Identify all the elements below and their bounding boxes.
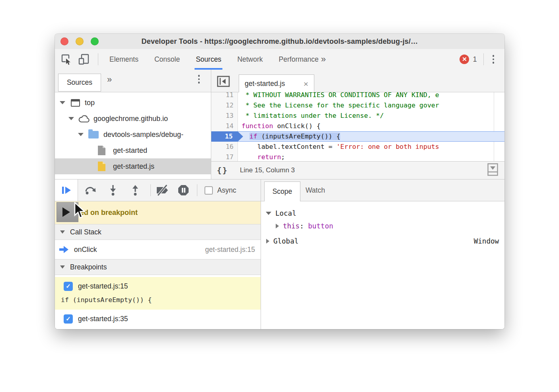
code-area[interactable]: 11 * WITHOUT WARRANTIES OR CONDITIONS OF… bbox=[211, 92, 504, 161]
navigator-more-tabs-chevron-icon[interactable]: » bbox=[107, 74, 112, 85]
code-line-paused: 15 if (inputsAreEmpty()) { bbox=[211, 131, 494, 142]
tree-item-folder[interactable]: devtools-samples/debug- bbox=[55, 127, 211, 142]
scope-local-row[interactable]: Local bbox=[261, 207, 504, 220]
breakpoints-title: Breakpoints bbox=[70, 263, 107, 271]
deactivate-breakpoints-button[interactable] bbox=[154, 182, 171, 198]
expand-triangle-icon[interactable] bbox=[68, 117, 74, 120]
code-line: 16 label.textContent = 'Error: one or bo… bbox=[211, 142, 494, 152]
tab-console[interactable]: Console bbox=[154, 49, 180, 70]
code-line: 13 * limitations under the License. */ bbox=[211, 111, 494, 121]
line-number[interactable]: 14 bbox=[211, 121, 238, 131]
code-line: 11 * WITHOUT WARRANTIES OR CONDITIONS OF… bbox=[211, 92, 494, 100]
expand-drawer-icon[interactable] bbox=[487, 163, 498, 177]
more-panels-chevron-icon[interactable]: » bbox=[321, 54, 326, 64]
tree-item-label: devtools-samples/debug- bbox=[103, 131, 183, 139]
device-toolbar-icon[interactable] bbox=[78, 53, 90, 65]
pause-on-exceptions-button[interactable] bbox=[175, 182, 192, 198]
navigator-tab-sources[interactable]: Sources bbox=[58, 74, 101, 92]
editor-tab-label: get-started.js bbox=[245, 80, 285, 88]
close-icon[interactable]: × bbox=[304, 80, 308, 88]
breakpoint-code-snippet: if (inputsAreEmpty()) { bbox=[55, 295, 261, 308]
execution-line-badge[interactable]: 15 bbox=[211, 131, 243, 142]
navigator-menu-dots-icon[interactable] bbox=[198, 75, 200, 84]
call-stack-frame[interactable]: onClick get-started.js:15 bbox=[55, 240, 261, 259]
resume-icon bbox=[61, 186, 72, 195]
expand-triangle-icon[interactable] bbox=[276, 224, 279, 228]
call-stack-header[interactable]: Call Stack bbox=[55, 224, 261, 240]
line-number[interactable]: 17 bbox=[211, 152, 238, 161]
property-name: this bbox=[283, 222, 300, 230]
toolbar-divider bbox=[150, 184, 151, 196]
breakpoint-entry[interactable]: ✓ get-started.js:15 if (inputsAreEmpty()… bbox=[55, 277, 261, 310]
play-icon bbox=[62, 207, 70, 217]
tree-item-domain[interactable]: googlechrome.github.io bbox=[55, 111, 211, 127]
mouse-cursor-icon bbox=[73, 202, 87, 220]
breakpoint-location: get-started.js:15 bbox=[78, 282, 128, 291]
tree-item-get-started-js[interactable]: get-started.js bbox=[55, 158, 211, 174]
tab-performance[interactable]: Performance bbox=[279, 49, 319, 70]
zoom-window-button[interactable] bbox=[91, 37, 99, 45]
code-editor: get-started.js × 11 * WITHOUT WARRANTIES… bbox=[211, 70, 504, 179]
window-controls bbox=[60, 37, 99, 45]
call-stack-title: Call Stack bbox=[70, 228, 101, 236]
line-number[interactable]: 11 bbox=[211, 92, 238, 100]
expand-triangle-icon[interactable] bbox=[266, 239, 269, 244]
toolbar-divider bbox=[197, 184, 197, 196]
line-number[interactable]: 13 bbox=[211, 111, 238, 121]
step-over-button[interactable] bbox=[82, 182, 99, 198]
file-tree: top googlechrome.github.io devtools-samp… bbox=[55, 92, 211, 179]
debugger-lower: Async Paused on breakpoint Call Stack on… bbox=[55, 179, 504, 329]
editor-scrollbar-track[interactable] bbox=[494, 92, 504, 161]
breakpoints-header[interactable]: Breakpoints bbox=[55, 259, 261, 275]
tab-network[interactable]: Network bbox=[237, 49, 263, 70]
cursor-position: Line 15, Column 3 bbox=[240, 166, 295, 174]
collapse-triangle-icon[interactable] bbox=[266, 212, 271, 215]
scope-global-row[interactable]: Global Window bbox=[261, 235, 504, 248]
tab-scope[interactable]: Scope bbox=[264, 181, 300, 201]
breakpoint-checkbox[interactable]: ✓ bbox=[64, 314, 73, 324]
async-checkbox[interactable] bbox=[205, 186, 213, 195]
window-title: Developer Tools - https://googlechrome.g… bbox=[142, 37, 418, 46]
show-navigator-icon[interactable] bbox=[217, 76, 230, 89]
current-frame-arrow-icon bbox=[59, 246, 69, 253]
collapse-triangle-icon[interactable] bbox=[60, 230, 65, 234]
expand-triangle-icon[interactable] bbox=[78, 133, 84, 136]
inspect-element-icon[interactable] bbox=[60, 53, 72, 65]
navigator-sidebar: Sources » top googlechrome.github.io bbox=[55, 70, 211, 179]
pause-on-exceptions-icon bbox=[177, 184, 189, 196]
tree-item-get-started[interactable]: get-started bbox=[55, 142, 211, 158]
tree-item-top[interactable]: top bbox=[55, 95, 211, 111]
line-number[interactable]: 16 bbox=[211, 142, 238, 152]
code-line: 14 function onClick() { bbox=[211, 121, 494, 131]
minimize-window-button[interactable] bbox=[76, 37, 84, 45]
step-into-button[interactable] bbox=[104, 182, 122, 198]
tab-sources[interactable]: Sources bbox=[196, 49, 221, 70]
frame-icon bbox=[71, 99, 80, 107]
scope-global-label: Global bbox=[273, 237, 298, 245]
scope-this-row[interactable]: this: button bbox=[261, 220, 504, 232]
close-window-button[interactable] bbox=[60, 37, 68, 45]
code-lines: 11 * WITHOUT WARRANTIES OR CONDITIONS OF… bbox=[211, 92, 494, 161]
editor-tabstrip: get-started.js × bbox=[211, 70, 504, 92]
tab-watch[interactable]: Watch bbox=[306, 179, 325, 201]
expand-triangle-icon[interactable] bbox=[60, 101, 65, 104]
editor-tab-get-started-js[interactable]: get-started.js × bbox=[239, 74, 314, 92]
step-into-icon bbox=[109, 185, 117, 196]
pretty-print-icon[interactable]: {} bbox=[217, 166, 228, 175]
scope-global-value: Window bbox=[474, 237, 499, 245]
step-out-button[interactable] bbox=[127, 182, 144, 198]
tree-item-label: get-started bbox=[113, 146, 147, 155]
resume-button[interactable] bbox=[55, 179, 78, 201]
line-number[interactable]: 12 bbox=[211, 100, 238, 111]
breakpoint-entry[interactable]: ✓ get-started.js:35 bbox=[55, 310, 261, 329]
editor-status-bar: {} Line 15, Column 3 bbox=[211, 161, 504, 179]
scope-panel-header: Scope Watch bbox=[261, 179, 504, 201]
breakpoint-checkbox[interactable]: ✓ bbox=[64, 282, 73, 291]
scope-panel: Scope Watch Local this: button Global bbox=[261, 179, 504, 329]
tab-elements[interactable]: Elements bbox=[109, 49, 138, 70]
collapse-triangle-icon[interactable] bbox=[60, 265, 65, 269]
error-badge-icon[interactable]: ✕ bbox=[460, 55, 469, 64]
main-toolbar: Elements Console Sources Network Perform… bbox=[55, 49, 504, 70]
property-value: button bbox=[308, 222, 333, 230]
kebab-menu-icon[interactable] bbox=[493, 55, 495, 64]
